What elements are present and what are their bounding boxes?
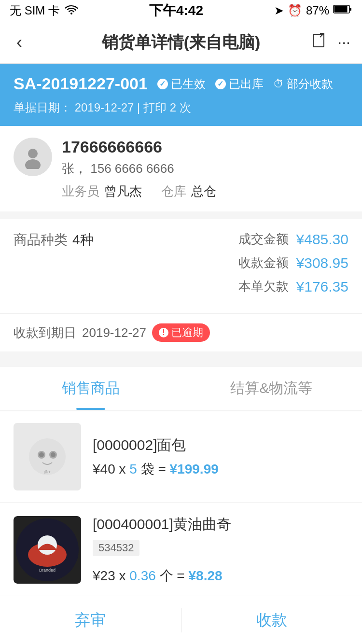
customer-info: 17666666666 张， 156 6666 6666 业务员 曾凡杰 仓库 …	[62, 138, 348, 200]
due-date-value: 2019-12-27	[82, 325, 146, 340]
order-date: 单据日期： 2019-12-27 | 打印 2 次	[14, 100, 348, 115]
due-date-label: 收款到期日	[14, 324, 76, 341]
customer-section: 17666666666 张， 156 6666 6666 业务员 曾凡杰 仓库 …	[0, 126, 362, 211]
deal-amount-row: 成交金额 ¥485.30	[238, 231, 348, 248]
alarm-icon: ⏰	[288, 4, 302, 17]
divider-2	[0, 351, 362, 359]
nav-actions: ···	[311, 32, 350, 53]
product-details-2: [000400001]黄油曲奇 534532 ¥23 x 0.36 个 = ¥8…	[93, 515, 348, 585]
customer-name: 17666666666	[62, 138, 348, 156]
received-amount-value: ¥308.95	[296, 255, 348, 271]
customer-phone: 张， 156 6666 6666	[62, 160, 348, 177]
deal-amount-value: ¥485.30	[296, 231, 348, 248]
status-badge-1: ✓ 已生效	[157, 76, 206, 92]
wifi-icon	[65, 4, 78, 17]
salesperson-meta: 业务员 曾凡杰	[62, 183, 142, 200]
back-button[interactable]: ‹	[12, 28, 27, 57]
overdue-badge: ! 已逾期	[152, 323, 210, 342]
page-title: 销货单详情(来自电脑)	[102, 31, 261, 54]
location-icon: ➤	[274, 4, 284, 17]
due-date-section: 收款到期日 2019-12-27 ! 已逾期	[0, 313, 362, 351]
product-image-2: Branded	[14, 516, 81, 584]
product-sku-2: 534532	[93, 540, 139, 556]
owed-amount-value: ¥176.35	[296, 279, 348, 295]
svg-point-10	[39, 452, 44, 457]
tabs-section: 销售商品 结算&物流等	[0, 367, 362, 410]
order-id: SA-20191227-001	[14, 74, 148, 93]
cancel-button[interactable]: 弃审	[0, 596, 181, 644]
more-button[interactable]: ···	[337, 33, 350, 51]
divider-1	[0, 211, 362, 219]
battery-icon	[333, 4, 352, 17]
warehouse-meta: 仓库 总仓	[161, 183, 216, 200]
confirm-button[interactable]: 收款	[181, 596, 362, 644]
product-placeholder-1: 兽+	[14, 423, 81, 490]
svg-text:兽+: 兽+	[44, 470, 51, 475]
svg-rect-3	[313, 34, 324, 47]
owed-amount-row: 本单欠款 ¥176.35	[238, 278, 348, 295]
check-icon-2: ✓	[215, 79, 226, 89]
money-summary: 成交金额 ¥485.30 收款金额 ¥308.95 本单欠款 ¥176.35	[238, 231, 348, 302]
tab-settlement[interactable]: 结算&物流等	[181, 367, 362, 410]
carrier-text: 无 SIM 卡	[10, 3, 60, 18]
svg-point-6	[25, 159, 41, 169]
status-bar: 无 SIM 卡 下午4:42 ➤ ⏰ 87%	[0, 0, 362, 21]
product-name-2: [000400001]黄油曲奇	[93, 515, 348, 534]
svg-point-5	[28, 149, 38, 158]
nav-bar: ‹ 销货单详情(来自电脑) ···	[0, 21, 362, 64]
received-amount-row: 收款金额 ¥308.95	[238, 254, 348, 271]
status-carrier: 无 SIM 卡	[10, 3, 78, 18]
product-price-1: ¥40 x 5 袋 = ¥199.99	[93, 460, 348, 478]
status-time: 下午4:42	[149, 1, 203, 20]
clock-icon: ⏱	[273, 78, 284, 90]
tabs: 销售商品 结算&物流等	[0, 367, 362, 410]
product-price-2: ¥23 x 0.36 个 = ¥8.28	[93, 567, 348, 585]
check-icon-1: ✓	[157, 79, 168, 89]
bottom-bar: 弃审 收款	[0, 596, 362, 644]
overdue-icon: !	[159, 328, 168, 337]
battery-text: 87%	[306, 4, 329, 17]
product-image-1: 兽+	[14, 423, 81, 490]
svg-text:Branded: Branded	[39, 568, 56, 573]
svg-point-11	[51, 452, 56, 457]
customer-meta: 业务员 曾凡杰 仓库 总仓	[62, 183, 348, 200]
svg-rect-2	[334, 6, 347, 13]
status-badge-2: ✓ 已出库	[215, 76, 264, 92]
product-name-1: [0000002]面包	[93, 435, 348, 455]
summary-section: 商品种类 4种 成交金额 ¥485.30 收款金额 ¥308.95 本单欠款 ¥…	[0, 219, 362, 313]
share-button[interactable]	[311, 32, 328, 53]
tab-sales-products[interactable]: 销售商品	[0, 367, 181, 410]
list-item: 兽+ [0000002]面包 ¥40 x 5 袋 = ¥199.99	[0, 411, 362, 502]
avatar	[14, 138, 52, 176]
product-type-summary: 商品种类 4种	[14, 231, 94, 249]
svg-rect-1	[349, 8, 351, 11]
status-right: ➤ ⏰ 87%	[274, 4, 352, 17]
product-details-1: [0000002]面包 ¥40 x 5 袋 = ¥199.99	[93, 435, 348, 478]
list-item: Branded [000400001]黄油曲奇 534532 ¥23 x 0.3…	[0, 503, 362, 597]
status-badge-3: ⏱ 部分收款	[273, 76, 333, 92]
order-banner: SA-20191227-001 ✓ 已生效 ✓ 已出库 ⏱ 部分收款 单据日期：…	[0, 64, 362, 126]
